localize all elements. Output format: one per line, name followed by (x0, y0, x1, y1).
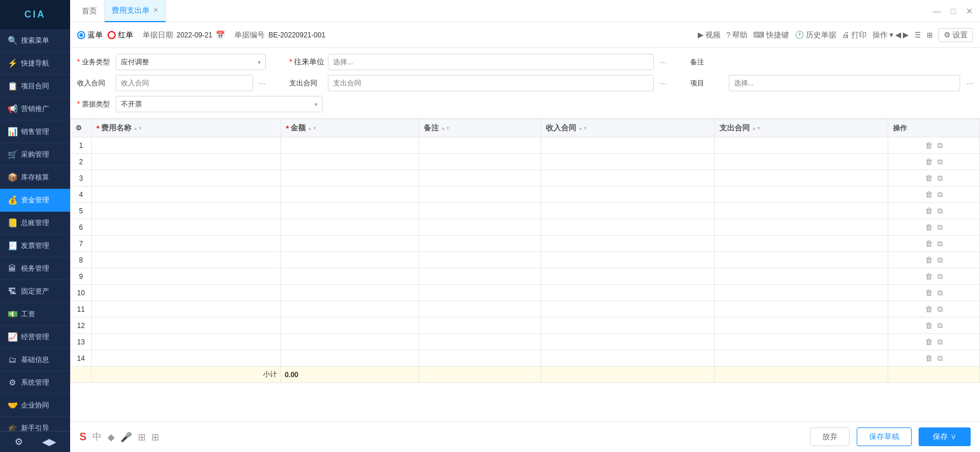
amount-cell[interactable] (281, 154, 419, 170)
sidebar-item-purchase[interactable]: 🛒采购管理 (0, 143, 70, 166)
expense-name-cell[interactable] (92, 334, 281, 350)
amount-cell[interactable] (281, 285, 419, 301)
delete-icon[interactable]: 🗑 (925, 321, 933, 330)
amount-sort-icon[interactable]: ▲▼ (307, 126, 317, 131)
income-contract-cell[interactable] (541, 318, 715, 334)
delete-icon[interactable]: 🗑 (925, 337, 933, 346)
expense-name-cell[interactable] (92, 137, 281, 154)
copy-icon[interactable]: ⧉ (937, 354, 943, 363)
remark-cell[interactable] (419, 268, 541, 285)
tab-expense[interactable]: 费用支出单✕ (105, 0, 166, 22)
delete-icon[interactable]: 🗑 (925, 174, 933, 182)
save-button[interactable]: 保存 ∨ (919, 427, 971, 446)
copy-icon[interactable]: ⧉ (937, 321, 943, 330)
amount-cell[interactable] (281, 252, 419, 268)
delete-icon[interactable]: 🗑 (925, 305, 933, 313)
copy-icon[interactable]: ⧉ (937, 223, 943, 232)
income-contract-cell[interactable] (541, 219, 715, 236)
copy-icon[interactable]: ⧉ (937, 337, 943, 346)
expense-name-cell[interactable] (92, 301, 281, 318)
delete-icon[interactable]: 🗑 (925, 288, 933, 297)
help-button[interactable]: ? 帮助 (726, 30, 747, 40)
grid2-icon[interactable]: ⊞ (151, 432, 159, 443)
sidebar-item-inventory[interactable]: 📦库存核算 (0, 166, 70, 189)
expense-name-cell[interactable] (92, 268, 281, 285)
copy-icon[interactable]: ⧉ (937, 206, 943, 215)
income-contract-cell[interactable] (541, 252, 715, 268)
sidebar-item-search[interactable]: 🔍搜索菜单 (0, 29, 70, 52)
copy-icon[interactable]: ⧉ (937, 157, 943, 166)
expense-contract-cell[interactable] (715, 236, 888, 252)
amount-cell[interactable] (281, 187, 419, 203)
income-contract-cell[interactable] (541, 350, 715, 367)
expense-contract-cell[interactable] (715, 268, 888, 285)
delete-icon[interactable]: 🗑 (925, 256, 933, 264)
remark-cell[interactable] (419, 219, 541, 236)
grid-view-icon[interactable]: ⊞ (927, 31, 933, 39)
sidebar-item-enterprise[interactable]: 🤝企业协同 (0, 394, 70, 417)
copy-icon[interactable]: ⧉ (937, 305, 943, 313)
grid1-icon[interactable]: ⊞ (138, 432, 146, 443)
income-contract-cell[interactable] (541, 154, 715, 170)
project-input[interactable] (729, 75, 961, 91)
sidebar-item-newbie[interactable]: 🎓新手引导 (0, 417, 70, 431)
income-contract-cell[interactable] (541, 170, 715, 187)
sidebar-item-tax[interactable]: 🏛税务管理 (0, 257, 70, 280)
sort-icon[interactable]: ▲▼ (133, 126, 143, 131)
income-sort-icon[interactable]: ▲▼ (578, 126, 587, 131)
copy-icon[interactable]: ⧉ (937, 190, 943, 199)
remark-cell[interactable] (419, 301, 541, 318)
amount-cell[interactable] (281, 318, 419, 334)
minimize-button[interactable]: — (931, 5, 943, 17)
view-list-icon[interactable]: ☰ (915, 31, 921, 39)
maximize-button[interactable]: □ (947, 5, 959, 17)
calendar-icon[interactable]: 📅 (216, 30, 225, 39)
delete-icon[interactable]: 🗑 (925, 157, 933, 166)
sidebar-item-invoice[interactable]: 🧾发票管理 (0, 234, 70, 257)
expense-contract-cell[interactable] (715, 334, 888, 350)
income-contract-cell[interactable] (541, 236, 715, 252)
sidebar-item-ops[interactable]: 📈经营管理 (0, 326, 70, 349)
amount-cell[interactable] (281, 236, 419, 252)
table-col-settings[interactable]: ⚙ (71, 119, 92, 137)
remark-cell[interactable] (419, 252, 541, 268)
income-contract-cell[interactable] (541, 203, 715, 219)
expense-name-cell[interactable] (92, 203, 281, 219)
sidebar-item-wages[interactable]: 💵工资 (0, 303, 70, 326)
remark-cell[interactable] (419, 187, 541, 203)
copy-icon[interactable]: ⧉ (937, 256, 943, 264)
volume-icon[interactable]: ◀▶ (42, 436, 56, 447)
expense-name-cell[interactable] (92, 219, 281, 236)
print-button[interactable]: 🖨 打印 (842, 30, 867, 40)
amount-cell[interactable] (281, 170, 419, 187)
expense-contract-cell[interactable] (715, 219, 888, 236)
mic-icon[interactable]: 🎤 (120, 432, 132, 443)
copy-icon[interactable]: ⧉ (937, 288, 943, 297)
income-contract-input[interactable] (116, 75, 253, 91)
expense-contract-cell[interactable] (715, 301, 888, 318)
settings-button[interactable]: ⚙ 设置 (939, 28, 973, 42)
sidebar-item-marketing[interactable]: 📢营销推广 (0, 98, 70, 120)
income-contract-cell[interactable] (541, 334, 715, 350)
tab-home[interactable]: 首页 (75, 0, 105, 22)
delete-icon[interactable]: 🗑 (925, 272, 933, 281)
amount-cell[interactable] (281, 203, 419, 219)
sidebar-item-quicknav[interactable]: ⚡快捷导航 (0, 52, 70, 75)
sidebar-item-system[interactable]: ⚙系统管理 (0, 371, 70, 394)
tab-close-expense[interactable]: ✕ (153, 6, 158, 14)
income-contract-more-icon[interactable]: ··· (259, 78, 266, 88)
delete-icon[interactable]: 🗑 (925, 141, 933, 150)
expense-contract-cell[interactable] (715, 203, 888, 219)
settings-icon[interactable]: ⚙ (15, 436, 23, 447)
remark-cell[interactable] (419, 285, 541, 301)
video-button[interactable]: ▶ 视频 (698, 30, 721, 40)
expense-name-cell[interactable] (92, 318, 281, 334)
expense-name-cell[interactable] (92, 252, 281, 268)
income-contract-cell[interactable] (541, 301, 715, 318)
amount-cell[interactable] (281, 268, 419, 285)
expense-contract-cell[interactable] (715, 285, 888, 301)
remark-sort-icon[interactable]: ▲▼ (441, 126, 450, 131)
delete-icon[interactable]: 🗑 (925, 239, 933, 248)
expense-contract-cell[interactable] (715, 318, 888, 334)
expense-contract-cell[interactable] (715, 350, 888, 367)
